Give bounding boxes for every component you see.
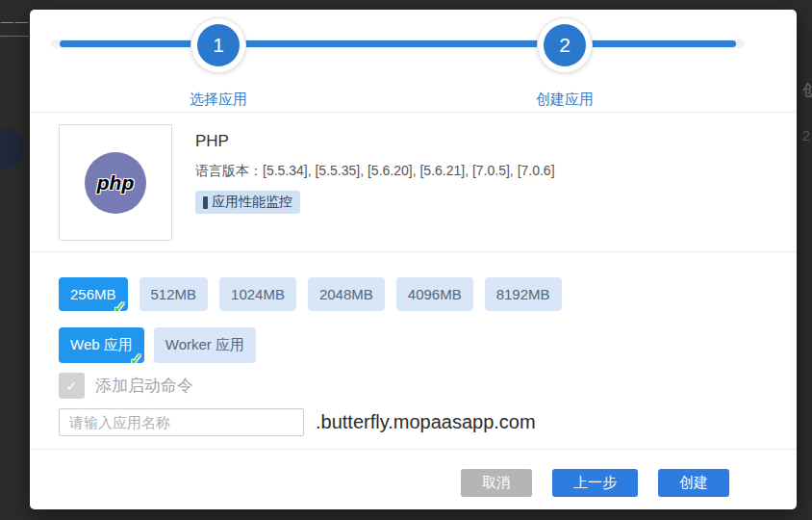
selected-app-card: php PHP 语言版本：[5.5.34], [5.5.35], [5.6.20… <box>30 113 797 252</box>
app-versions: 语言版本：[5.5.34], [5.5.35], [5.6.20], [5.6.… <box>195 163 555 180</box>
memory-option-1024mb[interactable]: 1024MB <box>219 277 296 311</box>
step-1-label: 选择应用 <box>190 91 247 109</box>
app-info: PHP 语言版本：[5.5.34], [5.5.35], [5.6.20], [… <box>195 124 555 241</box>
php-logo-card: php <box>59 124 172 241</box>
memory-option-4096mb[interactable]: 4096MB <box>396 277 473 311</box>
memory-option-8192mb[interactable]: 8192MB <box>485 277 562 311</box>
performance-monitor-icon <box>203 196 208 209</box>
step-2-circle: 2 <box>537 17 593 73</box>
app-title: PHP <box>195 132 555 151</box>
check-icon: ✓ <box>130 351 143 368</box>
memory-options: 256MB ✓ 512MB 1024MB 2048MB 4096MB 8192M… <box>30 252 797 311</box>
memory-option-2048mb[interactable]: 2048MB <box>308 277 385 311</box>
startup-command-checkbox[interactable]: ✓ <box>59 373 85 399</box>
dialog-footer: 取消 上一步 创建 <box>30 449 797 497</box>
check-icon: ✓ <box>113 299 126 316</box>
domain-suffix: .butterfly.mopaasapp.com <box>316 411 536 433</box>
startup-command-row: ✓ 添加启动命令 <box>30 363 797 399</box>
app-type-option-web[interactable]: Web 应用 ✓ <box>59 327 144 363</box>
performance-tag: 应用性能监控 <box>195 191 300 214</box>
cancel-button[interactable]: 取消 <box>461 469 532 497</box>
background-logo-fragment <box>0 128 25 169</box>
app-type-option-worker[interactable]: Worker 应用 <box>154 327 256 363</box>
startup-command-label: 添加启动命令 <box>95 375 193 397</box>
previous-step-button[interactable]: 上一步 <box>552 469 638 497</box>
create-app-dialog: 1 2 选择应用 创建应用 php PHP 语言版本：[5.5.34], [5.… <box>30 10 797 509</box>
background-text-fragment: 创 <box>802 79 812 101</box>
performance-tag-label: 应用性能监控 <box>212 194 292 211</box>
step-2-label: 创建应用 <box>536 91 594 109</box>
php-logo-text: php <box>97 171 134 195</box>
create-button[interactable]: 创建 <box>658 469 729 497</box>
background-text-fragment: 2 <box>802 127 810 143</box>
app-type-options: Web 应用 ✓ Worker 应用 <box>30 311 797 363</box>
app-name-row: .butterfly.mopaasapp.com <box>30 399 797 436</box>
memory-option-256mb[interactable]: 256MB ✓ <box>59 277 128 311</box>
step-1-circle: 1 <box>190 17 246 73</box>
step-1-number: 1 <box>197 24 240 66</box>
checkbox-check-icon: ✓ <box>65 377 78 395</box>
step-2-number: 2 <box>544 24 586 66</box>
background-text-fragment: 一一 <box>0 22 29 37</box>
app-name-input[interactable] <box>59 408 304 436</box>
php-logo-icon: php <box>85 152 146 214</box>
stepper-progress-bar <box>60 40 736 47</box>
memory-option-512mb[interactable]: 512MB <box>140 277 209 311</box>
stepper: 1 2 选择应用 创建应用 <box>30 10 797 113</box>
